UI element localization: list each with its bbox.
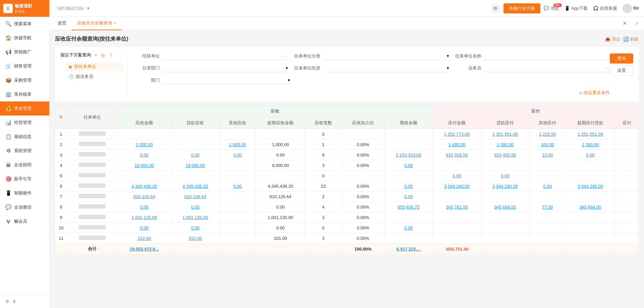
- row-ar-count: 0: [305, 223, 341, 233]
- tabbar: 首页 应收应付余额查询 × ✕ ⤢: [50, 17, 644, 30]
- filter-settings-icon[interactable]: ◎: [101, 52, 105, 58]
- export-button[interactable]: 📤 导出: [605, 36, 621, 42]
- row-ar-loan: [171, 129, 219, 139]
- topbar-gear-button[interactable]: ⚙: [491, 4, 500, 13]
- footer-label: 合计: [67, 244, 117, 255]
- search-icon: 🔍: [5, 21, 11, 27]
- query-button[interactable]: 查询: [610, 53, 633, 63]
- sidebar-item-member[interactable]: V 畅会员: [0, 214, 49, 228]
- topbar-app-download[interactable]: 📱 App下载: [565, 5, 588, 11]
- filter-add-icon[interactable]: ＋: [94, 52, 98, 58]
- row-ar-count: 0: [305, 129, 341, 139]
- filter-collapse-left-icon[interactable]: 《: [108, 52, 112, 58]
- dept-select[interactable]: ▾: [162, 76, 290, 84]
- data-table-container: ⚙ 往来单位 应收 应付 应收金额 贷款应收 其他应收 超期应收金额 应收笔数 …: [55, 105, 639, 255]
- row-ap-amount: 345,761.00: [433, 202, 481, 212]
- sidebar-item-operations[interactable]: 📊 经营管理: [0, 116, 49, 130]
- tab-home[interactable]: 首页: [52, 17, 72, 30]
- sidebar-collapse-icon[interactable]: ⏸: [12, 299, 16, 304]
- sidebar-item-sales[interactable]: 🛒 销售管理: [0, 59, 49, 73]
- row-ar-ratio: 0.00%: [341, 150, 384, 160]
- dept-label: 部门: [133, 77, 160, 83]
- filter-collapse-button[interactable]: ∧ 收起更多条件: [579, 90, 610, 96]
- unit-category-select[interactable]: ▾: [323, 52, 449, 60]
- row-ap-overdue: 0.00: [566, 150, 615, 160]
- filter-schema-by-salesperson[interactable]: 🕐 按业务员: [66, 72, 123, 81]
- row-ar-advance: 0.00: [384, 191, 433, 202]
- row-ap-other: [529, 223, 566, 233]
- sidebar-item-sysadmin[interactable]: ⚙ 系统管理: [0, 144, 49, 158]
- promo-button[interactable]: 体验行业方案: [503, 3, 540, 13]
- unit-category-label: 往来单位分类: [293, 53, 320, 59]
- refresh-button[interactable]: 🔄 刷新: [623, 36, 639, 42]
- sidebar-item-purchase[interactable]: 📦 采购管理: [0, 73, 49, 87]
- unit-category-arrow: ▾: [447, 53, 449, 58]
- salesperson-input[interactable]: ···: [484, 64, 610, 72]
- row-ar-other: [219, 191, 256, 202]
- row-ap-loan: [481, 223, 529, 233]
- topbar-right: 💬 消息 99+ 📱 App下载 🎧 在线客服 Rit: [544, 4, 639, 13]
- sidebar-settings-icon[interactable]: ⚙: [5, 299, 9, 304]
- sidebar-item-baseinfo[interactable]: 📋 基础信息: [0, 130, 49, 144]
- unit-nature-arrow: ▾: [447, 65, 449, 71]
- settings-button[interactable]: 设置: [610, 65, 633, 76]
- tab-close-icon[interactable]: ×: [114, 21, 116, 25]
- table-row: 11 152.00 152.00 101.00 3 0.00%: [55, 233, 639, 244]
- table-settings-icon[interactable]: ⚙: [59, 115, 63, 120]
- th-group-ar: 应收: [117, 105, 433, 117]
- row-ar-amount: 1,000.00: [117, 139, 171, 150]
- row-ar-loan: 810,126.64: [171, 191, 219, 202]
- topbar-message-button[interactable]: 💬 消息 99+: [544, 5, 559, 11]
- sidebar-item-search[interactable]: 🔍 搜索菜单: [0, 17, 49, 31]
- row-ar-loan: 4,345,436.20: [171, 181, 219, 191]
- topbar-user: Rit: [623, 4, 639, 13]
- department-select[interactable]: ▾: [162, 64, 288, 72]
- sidebar-item-guide[interactable]: 🎯 新手引导: [0, 172, 49, 186]
- row-ap-remain: [615, 233, 639, 244]
- page-header: 应收应付余额查询(按往来单位) 📤 导出 🔄 刷新: [55, 36, 639, 43]
- row-ar-loan: 0.00: [171, 150, 219, 160]
- topbar-online-service[interactable]: 🎧 在线客服: [593, 5, 617, 11]
- row-unit-name: [67, 160, 117, 171]
- row-ap-amount: [433, 191, 481, 202]
- filter-schema-by-unit[interactable]: ◉ 按往来单位: [66, 62, 123, 71]
- unit-name-input[interactable]: [484, 52, 610, 60]
- sidebar-item-inventory[interactable]: 🏢 库存核算: [0, 87, 49, 101]
- breadcrumb-dropdown-icon[interactable]: ▾: [87, 6, 90, 11]
- sidebar-item-finance[interactable]: 💰 资金管理: [0, 101, 49, 116]
- sysadmin-icon: ⚙: [5, 148, 11, 154]
- row-ar-overdue: 9,000.00: [256, 160, 305, 171]
- settlement-unit-label: 结算单位: [133, 53, 160, 59]
- sidebar-item-hardware[interactable]: 📱 智能硬件: [0, 186, 49, 200]
- salesperson-label: 业务员: [454, 65, 481, 71]
- tabbar-close-all-button[interactable]: ✕: [620, 19, 629, 28]
- sidebar-item-enterprise[interactable]: 🏛 企业协同: [0, 158, 49, 172]
- unit-nature-label: 往来单位性质: [293, 65, 320, 71]
- schema-item-icon: ◉: [68, 64, 72, 69]
- sidebar-item-wechat[interactable]: 💬 企业微信: [0, 200, 49, 214]
- row-ar-overdue: 101.00: [256, 233, 305, 244]
- tab-ar-query[interactable]: 应收应付余额查询 ×: [72, 17, 121, 30]
- sidebar-item-quicknav[interactable]: 🏠 快捷导航: [0, 31, 49, 45]
- th-unit: 往来单位: [67, 105, 117, 129]
- row-number: 3: [55, 150, 67, 160]
- row-number: 4: [55, 160, 67, 171]
- row-ar-ratio: [341, 129, 384, 139]
- row-ar-advance: [384, 139, 433, 150]
- unit-nature-select[interactable]: ▾: [323, 64, 449, 72]
- footer-ar-loan: [171, 244, 219, 255]
- row-ar-advance: [384, 212, 433, 223]
- settlement-unit-dots[interactable]: ···: [282, 53, 288, 58]
- row-ar-overdue: 4,345,436.20: [256, 181, 305, 191]
- th-group-ap: 应付: [433, 105, 639, 117]
- salesperson-dots[interactable]: ···: [604, 65, 610, 71]
- settlement-unit-input[interactable]: ···: [162, 52, 288, 60]
- page-content: 应收应付余额查询(按往来单位) 📤 导出 🔄 刷新 按以下方案查询 ＋: [50, 30, 644, 308]
- row-number: 6: [55, 181, 67, 191]
- row-ar-ratio: 0.00%: [341, 212, 384, 223]
- row-ar-amount: 4,345,436.20: [117, 181, 171, 191]
- row-ar-count: 3: [305, 160, 341, 171]
- sidebar-item-marketing[interactable]: 📢 营销推广: [0, 45, 49, 59]
- row-ar-ratio: [341, 171, 384, 181]
- tabbar-expand-button[interactable]: ⤢: [632, 19, 641, 28]
